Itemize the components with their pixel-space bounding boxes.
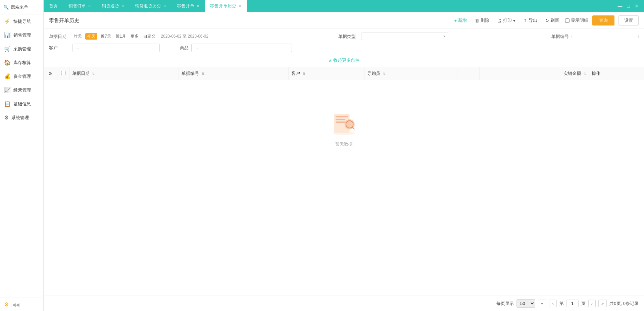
sidebar-search[interactable]: 🔍 搜索采单 — [0, 0, 43, 14]
tab-sales-return-close[interactable]: ✕ — [121, 4, 124, 8]
empty-illustration — [327, 107, 361, 137]
print-button[interactable]: 🖨 打印 ▾ — [495, 16, 517, 25]
th-action: 操作 — [589, 67, 644, 80]
add-icon: + — [454, 18, 457, 23]
type-select[interactable]: ▾ — [361, 33, 448, 40]
page-size-select[interactable]: 10 20 50 100 — [516, 299, 535, 308]
add-button[interactable]: + 新增 — [452, 16, 469, 25]
refresh-button[interactable]: ↻ 刷新 — [543, 16, 561, 25]
page-label: 第 — [559, 301, 564, 307]
collapse-button[interactable]: ∧ 收起更多条件 — [49, 55, 639, 67]
tab-sales-return-label: 销货退货 — [102, 3, 119, 9]
date-sort-icon[interactable]: ⇅ — [92, 72, 95, 75]
amount-sort-icon[interactable]: ⇅ — [583, 72, 586, 75]
sidebar-collapse-icon[interactable]: ◀◀ — [12, 302, 19, 307]
tab-retail-open-close[interactable]: ✕ — [196, 4, 199, 8]
settings-gear-icon[interactable]: ⚙ — [4, 301, 9, 308]
goods-label: 商品 — [180, 45, 189, 51]
sidebar-search-label: 搜索采单 — [11, 4, 28, 10]
tab-home[interactable]: 首页 — [44, 0, 63, 12]
sidebar-item-basic-info[interactable]: 📋 基础信息 — [0, 97, 43, 111]
sidebar-item-inventory[interactable]: 🏠 库存核算 — [0, 56, 43, 69]
sidebar-item-sales-mgmt[interactable]: 📊 销售管理 — [0, 28, 43, 42]
date-range-display: 2023-06-02 至 2023-06-02 — [161, 34, 208, 39]
select-all-checkbox[interactable] — [61, 71, 65, 75]
current-page-input[interactable] — [566, 300, 579, 307]
tab-retail-history-close[interactable]: ✕ — [238, 4, 241, 8]
tab-retail-open-label: 零售开单 — [177, 3, 194, 9]
add-label: 新增 — [458, 17, 467, 23]
close-button[interactable]: ✕ — [635, 3, 639, 9]
th-salesperson: 导购员 ⇅ — [364, 67, 457, 80]
tab-retail-history[interactable]: 零售开单历史 ✕ — [205, 0, 247, 12]
print-icon: 🖨 — [497, 18, 502, 23]
number-input[interactable] — [572, 35, 639, 38]
display-detail-label: 显示明细 — [571, 17, 588, 23]
page-size-label: 每页显示 — [496, 301, 514, 307]
tab-sales-order[interactable]: 销售订单 ✕ — [63, 0, 96, 12]
th-number: 单据编号 ⇅ — [179, 67, 289, 80]
date-btn-more[interactable]: 更多 — [129, 33, 140, 40]
th-checkbox[interactable] — [57, 67, 69, 80]
number-sort-icon[interactable]: ⇅ — [202, 72, 204, 75]
tab-sales-return-history-close[interactable]: ✕ — [163, 4, 166, 8]
query-button[interactable]: 查询 — [592, 15, 614, 25]
minimize-button[interactable]: — — [618, 3, 623, 9]
last-page-button[interactable]: » — [598, 300, 607, 307]
sidebar-item-finance[interactable]: 💰 资金管理 — [0, 69, 43, 83]
date-btn-today[interactable]: 今天 — [85, 33, 97, 40]
customer-placeholder: ··· — [76, 45, 79, 50]
goods-placeholder: ··· — [194, 45, 198, 50]
sidebar-item-purchase-mgmt[interactable]: 🛒 采购管理 — [0, 42, 43, 56]
print-arrow-icon: ▾ — [513, 18, 515, 23]
pagination: 每页显示 10 20 50 100 « ‹ 第 页 › » 共0页, 0条记录 — [44, 296, 644, 311]
customer-input[interactable]: ··· — [72, 44, 160, 52]
prev-page-button[interactable]: ‹ — [549, 300, 556, 307]
tab-sales-order-label: 销售订单 — [68, 3, 86, 9]
export-label: 导出 — [529, 17, 537, 23]
delete-label: 删除 — [481, 17, 489, 23]
display-detail-input[interactable] — [565, 18, 569, 23]
tab-bar: 首页 销售订单 ✕ 销货退货 ✕ 销货退货历史 ✕ 零售开单 ✕ 零售开单历史 … — [44, 0, 644, 12]
filter-date-buttons: 昨天 今天 近7天 近1月 更多 自定义 — [72, 33, 157, 40]
tab-retail-open[interactable]: 零售开单 ✕ — [171, 0, 205, 12]
setting-button[interactable]: 设置 — [618, 15, 639, 25]
th-spacer — [457, 67, 479, 80]
tab-retail-history-label: 零售开单历史 — [210, 3, 236, 9]
maximize-button[interactable]: □ — [627, 3, 630, 9]
svg-rect-3 — [336, 119, 345, 120]
date-btn-yesterday[interactable]: 昨天 — [72, 33, 83, 40]
goods-input[interactable]: ··· — [191, 44, 292, 52]
export-button[interactable]: ⇑ 导出 — [522, 16, 539, 25]
tab-sales-order-close[interactable]: ✕ — [88, 4, 91, 8]
type-arrow-icon: ▾ — [443, 34, 445, 39]
tab-sales-return-history[interactable]: 销货退货历史 ✕ — [130, 0, 171, 12]
export-icon: ⇑ — [524, 18, 527, 23]
content-area: 零售开单历史 + 新增 🗑 删除 🖨 打印 ▾ ⇑ 导出 — [44, 12, 644, 311]
sidebar-item-quick-nav[interactable]: ⚡ 快捷导航 — [0, 14, 43, 28]
first-page-button[interactable]: « — [538, 300, 546, 307]
page-unit: 页 — [581, 301, 586, 307]
date-btn-custom[interactable]: 自定义 — [142, 33, 157, 40]
pagination-summary: 共0页, 0条记录 — [609, 301, 639, 307]
customer-sort-icon[interactable]: ⇅ — [303, 72, 305, 75]
date-btn-1month[interactable]: 近1月 — [114, 33, 128, 40]
customer-label: 客户 — [49, 45, 72, 51]
finance-icon: 💰 — [4, 73, 11, 80]
delete-button[interactable]: 🗑 删除 — [473, 16, 491, 25]
tab-home-label: 首页 — [49, 3, 58, 9]
th-gear[interactable]: ⚙ — [44, 67, 57, 80]
svg-rect-2 — [336, 116, 348, 117]
tab-sales-return[interactable]: 销货退货 ✕ — [96, 0, 130, 12]
empty-row: 暂无数据 — [44, 80, 644, 168]
next-page-button[interactable]: › — [588, 300, 596, 307]
sidebar-item-system-mgmt[interactable]: ⚙ 系统管理 — [0, 111, 43, 124]
empty-text: 暂无数据 — [335, 141, 353, 147]
main-area: 首页 销售订单 ✕ 销货退货 ✕ 销货退货历史 ✕ 零售开单 ✕ 零售开单历史 … — [44, 0, 644, 311]
display-detail-checkbox[interactable]: 显示明细 — [565, 17, 588, 23]
sidebar: 🔍 搜索采单 ⚡ 快捷导航 📊 销售管理 🛒 采购管理 🏠 库存核算 💰 资金管… — [0, 0, 44, 311]
salesperson-sort-icon[interactable]: ⇅ — [383, 72, 386, 75]
basic-info-icon: 📋 — [4, 101, 11, 107]
sidebar-item-operations[interactable]: 📈 经营管理 — [0, 83, 43, 97]
date-btn-7days[interactable]: 近7天 — [99, 33, 112, 40]
